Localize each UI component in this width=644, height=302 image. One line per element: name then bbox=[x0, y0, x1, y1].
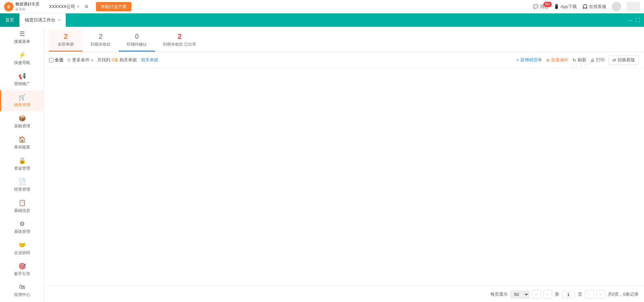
stat-tab-shipped[interactable]: 2 到期未收款 已出库 bbox=[155, 29, 204, 52]
table-area bbox=[44, 68, 644, 286]
first-page-button[interactable]: « bbox=[532, 290, 541, 299]
stats-tabs: 2 全部单据 2 到期未收款 0 旺铺待确认 2 到期未收款 已出库 bbox=[44, 27, 644, 52]
sidebar-label-system: 系统管理 bbox=[14, 229, 30, 235]
sidebar-item-basics[interactable]: 📋 基础信息 bbox=[0, 196, 43, 217]
new-sales-button[interactable]: + 新增销货单 bbox=[517, 57, 542, 63]
app-center-icon: 🛍 bbox=[19, 284, 25, 291]
select-all-input[interactable] bbox=[49, 58, 53, 62]
company-selector[interactable]: XXXXXX公司 ▼ bbox=[49, 4, 80, 10]
filter-button[interactable]: ▽ 更多条件 ∨ bbox=[67, 57, 93, 63]
sidebar-label-guide: 新手引导 bbox=[14, 271, 30, 277]
stat-tab-all[interactable]: 2 全部单据 bbox=[49, 29, 83, 52]
refresh-button[interactable]: ↻ 刷新 bbox=[573, 57, 586, 63]
message-button[interactable]: 💬 消息 99+ bbox=[533, 4, 548, 10]
sidebar-item-inventory[interactable]: 🏠 库存核算 bbox=[0, 132, 43, 154]
total-records: 共0页，0条记录 bbox=[608, 291, 639, 297]
stat-tab-overdue[interactable]: 2 到期未收款 bbox=[83, 29, 119, 52]
stat-tab-wangpu[interactable]: 0 旺铺待确认 bbox=[119, 29, 155, 52]
sidebar-item-collab[interactable]: 🤝 企业协同 bbox=[0, 238, 43, 259]
next-page-button[interactable]: › bbox=[585, 290, 594, 299]
tab-workbench-label: 钱货日清工作台 bbox=[25, 17, 55, 23]
tab-workbench[interactable]: 钱货日清工作台 × bbox=[19, 13, 66, 27]
company-arrow: ▼ bbox=[76, 5, 80, 8]
page-suffix: 页 bbox=[578, 291, 582, 297]
message-icon: 💬 bbox=[533, 4, 538, 9]
sidebar-item-purchase[interactable]: 📦 采购管理 bbox=[0, 111, 43, 132]
inventory-icon: 🏠 bbox=[18, 136, 26, 143]
sidebar: ☰ 搜索菜单 ⚡ 快捷导航 📢 营销推广 🛒 销售管理 📦 采购管理 🏠 库存核… bbox=[0, 27, 44, 302]
settings-icon[interactable]: ⚙ bbox=[83, 3, 91, 11]
sidebar-label-marketing: 营销推广 bbox=[14, 81, 30, 87]
print-label: 打印 bbox=[596, 57, 605, 63]
stat-num-all: 2 bbox=[64, 32, 68, 41]
finance-icon: 🔒 bbox=[18, 157, 26, 164]
stat-num-overdue: 2 bbox=[99, 32, 103, 41]
page-label: 第 bbox=[555, 291, 559, 297]
switch-version-button[interactable]: ⇄ 切换新版 bbox=[609, 55, 639, 65]
switch-icon: ⇄ bbox=[612, 58, 616, 63]
page-number-input[interactable] bbox=[562, 291, 575, 298]
refresh-icon: ↻ bbox=[573, 58, 576, 63]
sidebar-item-guide[interactable]: 🎯 新手引导 bbox=[0, 259, 43, 280]
sidebar-label-search: 搜索菜单 bbox=[14, 39, 30, 45]
per-page-select[interactable]: 50 100 200 bbox=[511, 291, 529, 298]
found-prefix: 共找到 bbox=[97, 57, 110, 62]
prev-page-button[interactable]: ‹ bbox=[543, 290, 552, 299]
per-page-label: 每页显示 bbox=[490, 291, 508, 297]
sidebar-item-marketing[interactable]: 📢 营销推广 bbox=[0, 69, 43, 90]
download-icon: 📱 bbox=[554, 4, 559, 9]
refresh-label: 刷新 bbox=[578, 57, 586, 63]
found-count: 0条 bbox=[112, 57, 118, 62]
tab-minimize-icon[interactable]: — bbox=[628, 17, 633, 23]
sidebar-label-sales: 销售管理 bbox=[14, 102, 30, 108]
last-page-button[interactable]: » bbox=[596, 290, 605, 299]
sidebar-label-operations: 经营管理 bbox=[14, 187, 30, 192]
toolbar-left: 全选 ▽ 更多条件 ∨ 共找到 0条 相关单据 相关单据 bbox=[49, 57, 158, 63]
logo-sub: 标准版 bbox=[15, 7, 40, 11]
logo-text: 畅捷通好生意 标准版 bbox=[15, 2, 40, 11]
avatar[interactable] bbox=[612, 2, 621, 11]
tab-home[interactable]: 首页 bbox=[0, 13, 19, 27]
sidebar-item-search[interactable]: ☰ 搜索菜单 bbox=[0, 27, 43, 48]
sidebar-item-sales[interactable]: 🛒 销售管理 bbox=[0, 90, 43, 111]
sidebar-item-app-center[interactable]: 🛍 应用中心 bbox=[0, 280, 43, 301]
select-all-checkbox[interactable]: 全选 bbox=[49, 57, 63, 63]
company-name: XXXXXX公司 bbox=[49, 4, 75, 10]
layout: ☰ 搜索菜单 ⚡ 快捷导航 📢 营销推广 🛒 销售管理 📦 采购管理 🏠 库存核… bbox=[0, 27, 644, 302]
stat-label-shipped: 到期未收款 已出库 bbox=[163, 42, 196, 47]
batch-op-button[interactable]: ⊞ 批量操作 bbox=[546, 57, 569, 63]
stat-label-overdue: 到期未收款 bbox=[91, 42, 111, 47]
sidebar-item-operations[interactable]: 📄 经营管理 bbox=[0, 175, 43, 196]
sidebar-label-quick-nav: 快捷导航 bbox=[14, 60, 30, 66]
found-text: 共找到 0条 相关单据 bbox=[97, 57, 137, 63]
collab-icon: 🤝 bbox=[18, 241, 26, 249]
related-bills-link[interactable]: 相关单据 bbox=[141, 57, 158, 63]
logo-icon: 6 bbox=[4, 2, 13, 11]
sidebar-label-app-center: 应用中心 bbox=[14, 292, 30, 298]
search-menu-icon: ☰ bbox=[19, 30, 25, 38]
guide-icon: 🎯 bbox=[18, 262, 26, 270]
toolbar: 全选 ▽ 更多条件 ∨ 共找到 0条 相关单据 相关单据 + 新增销货单 ⊞ bbox=[44, 52, 644, 68]
tab-maximize-icon[interactable]: ⛶ bbox=[635, 17, 640, 23]
sidebar-item-system[interactable]: ⚙ 系统管理 bbox=[0, 217, 43, 238]
app-download-button[interactable]: 📱 App下载 bbox=[554, 4, 577, 10]
logo-title: 畅捷通好生意 bbox=[15, 2, 40, 7]
filter-icon: ▽ bbox=[67, 58, 71, 63]
topbar-left: 6 畅捷通好生意 标准版 XXXXXX公司 ▼ ⚙ 体验行业方案 bbox=[4, 2, 131, 11]
operations-icon: 📄 bbox=[18, 178, 26, 185]
pagination: 每页显示 50 100 200 « ‹ 第 页 › » 共0页，0条记录 bbox=[44, 286, 644, 302]
print-button[interactable]: 🖨 打印 bbox=[590, 57, 605, 63]
filter-label: 更多条件 bbox=[72, 57, 90, 63]
online-service-button[interactable]: 🎧 在线客服 bbox=[582, 4, 606, 10]
tab-close-icon[interactable]: × bbox=[58, 18, 60, 22]
marketing-icon: 📢 bbox=[18, 72, 26, 80]
sidebar-label-inventory: 库存核算 bbox=[14, 144, 30, 150]
sidebar-item-quick-nav[interactable]: ⚡ 快捷导航 bbox=[0, 48, 43, 69]
online-service-label: 在线客服 bbox=[589, 4, 606, 10]
user-name-area[interactable] bbox=[627, 2, 640, 11]
topbar-right: 💬 消息 99+ 📱 App下载 🎧 在线客服 bbox=[533, 2, 640, 11]
sidebar-item-finance[interactable]: 🔒 资金管理 bbox=[0, 154, 43, 175]
trial-button[interactable]: 体验行业方案 bbox=[96, 2, 131, 11]
tab-nav: 首页 钱货日清工作台 × — ⛶ bbox=[0, 13, 644, 27]
app-download-label: App下载 bbox=[560, 4, 577, 10]
